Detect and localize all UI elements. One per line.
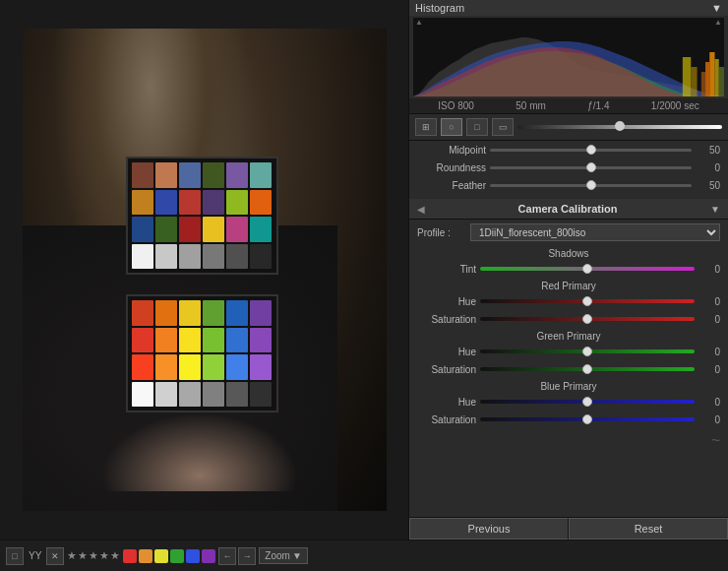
red-label[interactable] [123,549,137,563]
svg-rect-7 [719,67,724,96]
red-sat-track [480,317,695,321]
svg-rect-4 [705,62,709,96]
midpoint-track-wrap[interactable] [490,143,692,157]
tool-circle-icon[interactable]: ○ [441,118,462,136]
color-checker-bottom [126,294,278,412]
red-hue-row: Hue 0 [409,292,728,310]
color-checker-cell [155,190,177,216]
color-checker-cell [155,382,177,408]
red-sat-track-wrap[interactable] [480,312,695,326]
green-primary-title: Green Primary [409,328,728,343]
hist-left-arrow[interactable]: ▲ [415,18,423,27]
roundness-track-wrap[interactable] [490,160,692,174]
tool-grid-icon[interactable]: ⊞ [415,118,437,136]
color-checker-cell [132,162,153,188]
red-hue-track-wrap[interactable] [480,294,695,308]
shadows-tint-track-wrap[interactable] [480,262,695,276]
zoom-button[interactable]: Zoom ▼ [259,547,307,564]
right-panel: Histogram ▼ ▲ ▲ [408,0,728,539]
photo-container [23,29,387,511]
blue-sat-row: Saturation 0 [409,411,728,428]
red-sat-row: Saturation 0 [409,310,728,328]
zoom-arrow-icon: ▼ [292,550,302,561]
color-checker-cell [155,300,177,326]
hist-aperture: ƒ/1.4 [587,100,609,111]
green-hue-value: 0 [698,347,720,357]
tool-slider-thumb [615,121,625,131]
green-sat-track-wrap[interactable] [480,362,695,376]
shadows-tint-row: Tint 0 [409,260,728,278]
profile-select[interactable]: 1DiiN_florescent_800iso [470,223,720,241]
star-rating[interactable]: ★ ★ ★ ★ ★ [67,549,120,562]
midpoint-label: Midpoint [417,145,486,156]
svg-rect-6 [715,59,719,96]
calibration-toggle[interactable]: ▼ [710,204,720,215]
green-label[interactable] [170,549,184,563]
color-checker-cell [226,300,248,326]
nav-arrows: ← → [218,547,256,565]
color-checker-cell [155,354,177,380]
tool-square-icon[interactable]: □ [466,118,488,136]
star-4[interactable]: ★ [99,549,109,562]
midpoint-value: 50 [696,145,720,156]
yellow-label[interactable] [154,549,168,563]
star-5[interactable]: ★ [110,549,120,562]
tool-slider[interactable] [517,125,722,129]
color-checker-cell [203,300,224,326]
feather-track-wrap[interactable] [490,178,692,192]
color-checker-cell [226,217,248,242]
color-checker-cell [250,190,272,216]
blue-label[interactable] [186,549,200,563]
hist-right-arrow[interactable]: ▲ [714,18,722,27]
photo-panel [0,0,408,539]
midpoint-thumb [586,145,596,155]
color-checker-cell [203,217,224,242]
color-checker-cell [132,217,153,242]
green-hue-label: Hue [417,347,476,357]
color-checker-cell [179,162,201,188]
green-hue-row: Hue 0 [409,343,728,360]
green-hue-track-wrap[interactable] [480,345,695,358]
reset-button[interactable]: Reset [569,518,728,539]
color-checker-cell [203,328,224,353]
star-3[interactable]: ★ [89,549,98,562]
feather-track [490,184,692,187]
histogram-toggle[interactable]: ▼ [711,2,722,14]
color-checker-cell [179,328,201,353]
purple-label[interactable] [202,549,215,563]
blue-sat-track-wrap[interactable] [480,412,695,426]
next-arrow-button[interactable]: → [238,547,256,565]
green-hue-track [480,349,695,353]
color-checker-cell [132,190,153,216]
color-checker-cell [203,382,224,408]
prev-arrow-button[interactable]: ← [218,547,236,565]
previous-button[interactable]: Previous [409,518,569,539]
orange-label[interactable] [139,549,152,563]
feather-value: 50 [696,180,720,191]
feather-row: Feather 50 [409,176,728,194]
color-checker-cell [155,217,177,242]
color-checker-cell [179,354,201,380]
adjustment-area[interactable]: Midpoint 50 Roundness 0 [409,141,728,517]
color-checker-cell [226,354,248,380]
svg-rect-3 [701,72,705,96]
star-1[interactable]: ★ [67,549,77,562]
color-checker-cell [132,354,153,380]
red-hue-label: Hue [417,296,476,307]
watermark-area: ~ [409,428,728,454]
blue-sat-label: Saturation [417,414,476,425]
color-checker-cell [203,190,224,216]
calibration-section: ◀ Camera Calibration ▼ Profile : 1DiiN_f… [409,199,728,462]
blue-hue-track-wrap[interactable] [480,395,695,409]
star-2[interactable]: ★ [78,549,88,562]
x-button[interactable]: ✕ [46,547,64,565]
tool-rect-icon[interactable]: ▭ [492,118,514,136]
color-labels [123,549,215,563]
blue-hue-label: Hue [417,397,476,408]
blue-sat-thumb [582,414,592,424]
histogram-header: Histogram ▼ [409,0,728,16]
view-square-button[interactable]: □ [6,547,24,565]
calibration-header: ◀ Camera Calibration ▼ [409,199,728,220]
color-checker-cell [155,162,177,188]
color-checker-cell [226,162,248,188]
